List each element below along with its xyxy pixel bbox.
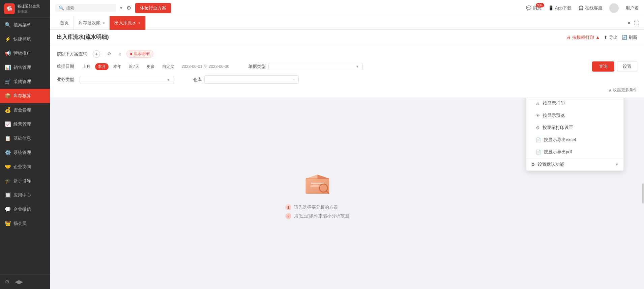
sidebar-item-member[interactable]: 👑 畅会员 [0, 216, 50, 231]
display-excel-label: 按显示导出excel [544, 137, 576, 143]
sidebar-item-basics[interactable]: 📋 基础信息 [0, 131, 50, 146]
inactive-tag-label: 流水明细 [134, 51, 150, 57]
svg-marker-1 [305, 175, 317, 179]
type-dropdown-icon: ▼ [355, 64, 359, 69]
close-window-icon[interactable]: ✕ [627, 20, 631, 26]
empty-icon [300, 165, 334, 199]
sidebar-item-label: 基础信息 [13, 135, 31, 141]
collapse-sidebar-icon[interactable]: ◀▶ [15, 279, 23, 285]
date-tab-more[interactable]: 更多 [144, 63, 157, 70]
sidebar-item-label: 经营管理 [13, 121, 31, 127]
sidebar-item-label: 库存核算 [13, 93, 31, 99]
tab-close-icon[interactable]: × [103, 21, 105, 25]
export-btn[interactable]: ⬆ 导出 [604, 34, 618, 41]
message-icon: 💬 [526, 5, 531, 10]
reset-btn[interactable]: 设置 [617, 61, 637, 72]
topbar-search-box[interactable]: 🔍 [55, 4, 116, 12]
date-tab-this-month[interactable]: 本月 [95, 63, 109, 70]
type-label: 单据类型 [248, 63, 266, 70]
sidebar-item-app-center[interactable]: 🔲 应用中心 [0, 188, 50, 202]
display-excel-icon: 📄 [536, 137, 541, 142]
dropdown-display-print[interactable]: 🖨 按显示打印 [526, 98, 623, 109]
print-template-btn[interactable]: 🖨 按模板打印 ▲ [566, 34, 600, 41]
business-type-select[interactable]: ▼ [80, 76, 174, 83]
dropdown-display-pdf[interactable]: 📄 按显示导出pdf [526, 146, 623, 158]
user-name: 用户名 [625, 5, 639, 11]
step-1-text: 请先选择要分析的方案 [294, 204, 338, 210]
display-preview-icon: 👁 [536, 113, 540, 118]
user-avatar[interactable] [609, 3, 619, 13]
sidebar-item-search[interactable]: 🔍 搜索菜单 [0, 18, 50, 32]
sidebar-item-label: 系统管理 [13, 150, 31, 156]
empty-step-1: 1 请先选择要分析的方案 [285, 204, 349, 210]
sidebar-item-purchase[interactable]: 🛒 采购管理 [0, 75, 50, 89]
collapse-more-btn[interactable]: ∧ 收起更多条件 [609, 87, 637, 93]
print-dropdown-panel: 🖨 按模板打印 ▲ 📄 当前：出入库流水 ▼ [526, 98, 624, 171]
type-select[interactable]: ▼ [268, 63, 363, 70]
sidebar-item-marketing[interactable]: 📢 营销推广 [0, 46, 50, 60]
tab-close-active-icon[interactable]: × [138, 21, 140, 25]
default-func-arrow-icon: ▼ [615, 162, 619, 166]
step-1-num: 1 [285, 204, 291, 210]
print-template-label: 按模板打印 [572, 34, 594, 41]
sidebar-item-sales[interactable]: 📊 销售管理 [0, 60, 50, 75]
filter-collapse-btn[interactable]: « [118, 51, 121, 57]
display-preview-label: 按显示预览 [543, 112, 565, 119]
sidebar-item-label: 新手引导 [13, 178, 31, 184]
date-tab-this-year[interactable]: 本年 [111, 63, 124, 70]
date-tab-last-month[interactable]: 上月 [80, 63, 93, 70]
app-download-btn[interactable]: 📱 App下载 [548, 5, 572, 11]
sidebar-item-cooperation[interactable]: 🤝 企业协同 [0, 160, 50, 174]
settings-icon[interactable]: ⚙ [5, 279, 9, 285]
query-btn[interactable]: 查询 [592, 61, 614, 72]
tag-dot [130, 53, 132, 55]
message-badge: 99+ [536, 3, 544, 7]
refresh-label: 刷新 [628, 34, 637, 41]
print-icon: 🖨 [566, 35, 571, 40]
sidebar-item-inventory[interactable]: 📦 库存核算 [0, 89, 50, 103]
dropdown-default-func[interactable]: ⚙ 设置默认功能 ▼ [526, 158, 623, 170]
tab-inventory-flow[interactable]: 出入库流水 × [110, 16, 145, 30]
sidebar: 畅 畅捷通好生意 标准版 🔍 搜索菜单 ⚡ 快捷导航 📢 营销推广 📊 [0, 0, 50, 289]
sidebar-item-label: 快捷导航 [13, 36, 31, 42]
date-tab-custom[interactable]: 自定义 [159, 63, 177, 70]
sidebar-item-finance[interactable]: 💰 资金管理 [0, 103, 50, 117]
sidebar-item-system[interactable]: ⚙️ 系统管理 [0, 146, 50, 160]
inactive-tag: 流水明细 [126, 50, 153, 58]
page-header-actions: 🖨 按模板打印 ▲ ⬆ 导出 🔄 刷新 [566, 34, 637, 45]
inventory-icon: 📦 [5, 93, 11, 99]
date-tab-7days[interactable]: 近7天 [126, 63, 142, 70]
svg-marker-2 [317, 175, 329, 179]
main-area: 🔍 ▾ ⚙ 体验行业方案 💬 消息 99+ 📱 App下载 🎧 在线客服 [50, 0, 644, 289]
dropdown-display-settings[interactable]: ⚙ 按显示打印设置 [526, 122, 623, 134]
date-tabs: 上月 本月 本年 近7天 更多 自定义 2023-06-01 至 2023-06… [80, 63, 229, 70]
sidebar-bottom: ⚙ ◀▶ [0, 274, 50, 289]
tabs-bar: 首页 库存批次账 × 出入库流水 × ✕ ⛶ [50, 16, 644, 30]
search-chevron-icon[interactable]: ▾ [120, 5, 122, 10]
app-logo-icon: 畅 [4, 3, 15, 14]
filter-row-3: 业务类型 ▼ 仓库 ··· [57, 75, 637, 84]
tab-home[interactable]: 首页 [55, 16, 74, 30]
dropdown-display-excel[interactable]: 📄 按显示导出excel [526, 134, 623, 146]
dropdown-display-preview[interactable]: 👁 按显示预览 [526, 109, 623, 122]
wechat-icon: 💬 [5, 206, 11, 212]
warehouse-select[interactable]: ··· [204, 75, 299, 84]
sidebar-item-operations[interactable]: 📈 经营管理 [0, 117, 50, 131]
expand-window-icon[interactable]: ⛶ [634, 20, 639, 26]
trial-btn[interactable]: 体验行业方案 [135, 3, 171, 13]
display-print-icon: 🖨 [536, 101, 540, 106]
online-service-btn[interactable]: 🎧 在线客服 [578, 5, 603, 11]
tab-inventory-batch[interactable]: 库存批次账 × [74, 16, 110, 30]
display-settings-label: 按显示打印设置 [543, 125, 573, 131]
filter-setting-btn[interactable]: ⚙ [106, 50, 113, 58]
right-scrollbar[interactable] [642, 98, 644, 289]
collapse-up-icon: ∧ [609, 88, 612, 93]
filter-add-btn[interactable]: + [93, 50, 100, 58]
topbar-gear-icon[interactable]: ⚙ [126, 5, 131, 11]
sidebar-item-quick-nav[interactable]: ⚡ 快捷导航 [0, 32, 50, 46]
search-input[interactable] [66, 6, 107, 10]
sidebar-item-tutorial[interactable]: 🎓 新手引导 [0, 174, 50, 188]
sidebar-item-wechat[interactable]: 💬 企业微信 [0, 202, 50, 216]
message-btn[interactable]: 💬 消息 99+ [526, 5, 541, 11]
refresh-btn[interactable]: 🔄 刷新 [622, 34, 637, 41]
